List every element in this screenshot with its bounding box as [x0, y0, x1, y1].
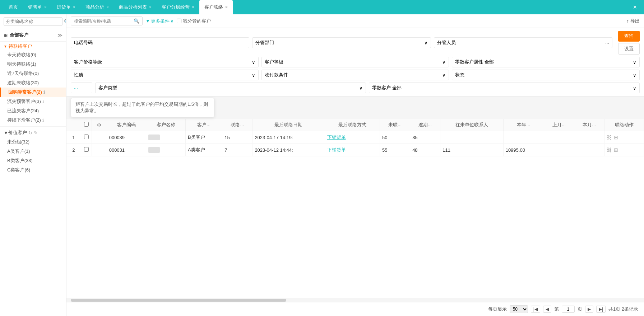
- h-scroll-thumb[interactable]: [71, 299, 286, 302]
- sidebar-overdue-pending[interactable]: 逾期未联络(30): [0, 78, 66, 88]
- col-contact-header[interactable]: 联络...: [222, 119, 252, 131]
- table-row: 1 000039 B类客户 15 2023-04-17 14:19:: [66, 131, 644, 144]
- adv-filter-row3: 性质 ∨ 收付款条件 ∨ 状态 ∨: [71, 70, 640, 80]
- filter-search-icon[interactable]: 🔍: [134, 18, 139, 24]
- price-grade-field[interactable]: 客户价格等级 ∨: [71, 57, 259, 67]
- col-name-header[interactable]: 客户名称: [146, 119, 186, 131]
- row1-link-icon[interactable]: ⛓: [607, 135, 612, 140]
- nav-product-analysis-close[interactable]: ×: [106, 5, 109, 10]
- customer-grade-field[interactable]: 客户等级 ∨: [261, 57, 449, 67]
- sidebar-7days-pending[interactable]: 近7天待联络(0): [0, 69, 66, 78]
- filter-search-input[interactable]: [74, 19, 132, 24]
- refresh-icon[interactable]: ↻: [28, 130, 32, 136]
- info-icon-reorder: ℹ: [43, 90, 45, 95]
- nav-purchase-close[interactable]: ×: [73, 5, 75, 10]
- sidebar-search-input[interactable]: [4, 17, 62, 26]
- last-page-btn[interactable]: ▶|: [596, 306, 606, 313]
- row1-grid-icon[interactable]: ⊞: [614, 135, 618, 140]
- more-dots: ···: [74, 85, 78, 91]
- row2-checkbox[interactable]: [84, 147, 89, 152]
- adv-filter-row4: ··· 客户类型 ∨ 零散客户 全部 ∨: [71, 82, 640, 93]
- sidebar-tomorrow-pending[interactable]: 明天待联络(1): [0, 60, 66, 69]
- nav-customer-segment[interactable]: 客户分层经营 ×: [157, 0, 199, 14]
- filter-icon: ▼: [145, 18, 150, 24]
- nav-product-analysis-list-close[interactable]: ×: [149, 5, 152, 10]
- retail-customer-field[interactable]: 零散客户 全部 ∨: [369, 82, 640, 93]
- window-close[interactable]: ×: [629, 4, 640, 11]
- row2-action: ⛓ ⊞: [604, 144, 644, 156]
- sidebar-collapse-btn[interactable]: ≫: [57, 33, 62, 38]
- col-last-contact-date-header[interactable]: 最后联络日期: [252, 119, 325, 131]
- row2-last-contact-method[interactable]: 下销货单: [325, 144, 380, 156]
- row1-category: B类客户: [185, 131, 222, 144]
- row2-overdue: 48: [410, 144, 440, 156]
- nav-product-analysis[interactable]: 商品分析 ×: [80, 0, 114, 14]
- payment-field[interactable]: 收付款条件 ∨: [261, 70, 449, 80]
- manager-field[interactable]: 分管人员 ···: [434, 37, 612, 48]
- col-last-contact-method-header[interactable]: 最后联络方式: [325, 119, 380, 131]
- col-action-header: 联络动作: [604, 119, 644, 131]
- per-page-select[interactable]: 50 10 20 100: [510, 305, 528, 313]
- status-field[interactable]: 状态 ∨: [452, 70, 640, 80]
- row1-checkbox[interactable]: [84, 135, 89, 139]
- nav-sales[interactable]: 销售单 ×: [23, 0, 52, 14]
- sidebar-ungraded[interactable]: 未分组(32): [0, 137, 66, 147]
- row2-settings: [92, 144, 107, 156]
- prev-page-btn[interactable]: ◀: [543, 306, 551, 313]
- sidebar-lost-risk[interactable]: 流失预警客户(3) ℹ: [0, 97, 66, 106]
- sidebar-already-lost[interactable]: 已流失客户(24): [0, 106, 66, 115]
- col-this-year-header[interactable]: 本年...: [503, 119, 544, 131]
- first-page-btn[interactable]: |◀: [531, 306, 540, 313]
- select-all-checkbox[interactable]: [84, 122, 89, 127]
- nav-purchase[interactable]: 进货单 ×: [52, 0, 80, 14]
- next-page-btn[interactable]: ▶: [585, 306, 593, 313]
- sidebar-reorder-abnormal[interactable]: 回购异常客户(2) ℹ: [0, 88, 66, 97]
- main-layout: 🔍 ⊞ 全部客户 ≫ ▼ 待联络客户 今天待联络(0) 明天待联络(1) 近7天…: [0, 14, 644, 316]
- nav-customer-segment-close[interactable]: ×: [192, 5, 194, 10]
- col-last-month-header[interactable]: 上月...: [544, 119, 574, 131]
- nav-home[interactable]: 首页: [4, 0, 23, 14]
- row2-prev-contact: 111: [440, 144, 503, 156]
- horizontal-scrollbar[interactable]: [66, 298, 644, 302]
- sidebar-a-class[interactable]: A类客户(1): [0, 147, 66, 156]
- col-category-header[interactable]: 客户...: [185, 119, 222, 131]
- sidebar-b-class[interactable]: B类客户(33): [0, 156, 66, 165]
- filter-more-btn[interactable]: ▼ 更多条件 ∨: [145, 18, 174, 24]
- row2-num: 2: [66, 144, 81, 156]
- customer-type-field[interactable]: 客户类型 ∨: [95, 82, 366, 93]
- all-customers-section: ⊞ 全部客户 ≫: [0, 29, 66, 42]
- customer-table: ⚙ 客户编码 客户名称 客户... 联络...: [66, 119, 644, 156]
- nav-product-analysis-list[interactable]: 商品分析列表 ×: [114, 0, 157, 14]
- col-settings-header[interactable]: ⚙: [92, 119, 107, 131]
- row2-last-contact-date: 2023-04-12 14:44:: [252, 144, 325, 156]
- row2-link-icon[interactable]: ⛓: [607, 147, 612, 153]
- dept-field[interactable]: 分管部门 ∨: [252, 37, 431, 48]
- col-unreplied-header[interactable]: 未联...: [380, 119, 410, 131]
- col-code-header[interactable]: 客户编码: [107, 119, 146, 131]
- col-overdue-header[interactable]: 逾期...: [410, 119, 440, 131]
- my-customers-checkbox[interactable]: [177, 19, 181, 23]
- sidebar-today-pending[interactable]: 今天待联络(0): [0, 50, 66, 60]
- dept-chevron: ∨: [424, 40, 428, 46]
- sidebar-declining[interactable]: 持续下滑客户(2) ℹ: [0, 115, 66, 125]
- sidebar-search-btn[interactable]: 🔍: [64, 19, 66, 24]
- nav-customer-contact-close[interactable]: ×: [225, 5, 228, 10]
- page-input[interactable]: [562, 306, 575, 313]
- row2-grid-icon[interactable]: ⊞: [614, 147, 618, 153]
- retail-attr-field[interactable]: 零散客户属性 全部 ∨: [452, 57, 640, 67]
- settings-button[interactable]: 设置: [618, 43, 640, 55]
- export-btn[interactable]: ↑ 导出: [627, 18, 640, 24]
- triangle-icon-2: ▼: [4, 130, 8, 136]
- edit-icon[interactable]: ✎: [34, 130, 38, 136]
- query-button[interactable]: 查询: [618, 31, 640, 42]
- col-this-month-header[interactable]: 本月...: [574, 119, 604, 131]
- row1-last-contact-method[interactable]: 下销货单: [325, 131, 380, 144]
- nav-customer-contact[interactable]: 客户联络 ×: [199, 0, 233, 14]
- col-prev-contact-header[interactable]: 往来单位联系人: [440, 119, 503, 131]
- adv-filter-row2: 客户价格等级 ∨ 客户等级 ∨ 零散客户属性 全部 ∨: [71, 57, 640, 67]
- nature-field[interactable]: 性质 ∨: [71, 70, 259, 80]
- row2-this-year: 10995.00: [503, 144, 544, 156]
- nav-sales-close[interactable]: ×: [44, 5, 47, 10]
- sidebar-c-class[interactable]: C类客户(6): [0, 165, 66, 175]
- more-dots-field[interactable]: ···: [71, 82, 92, 93]
